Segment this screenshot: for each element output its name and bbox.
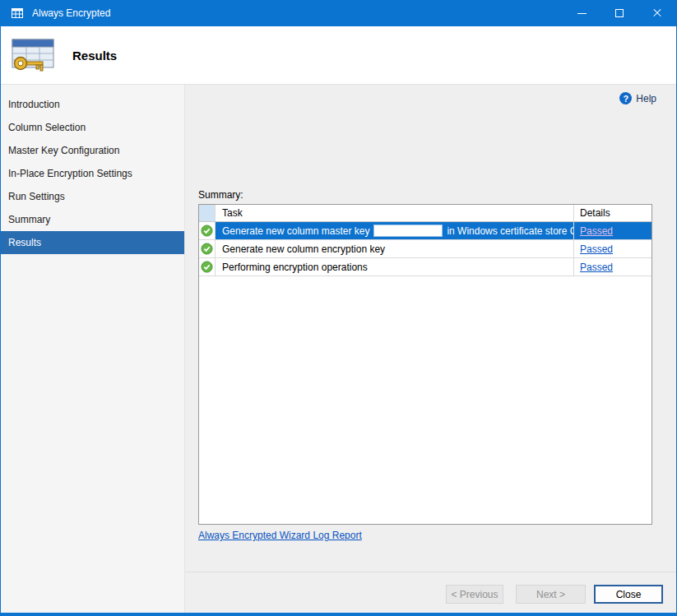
footer-buttons: < Previous Next > Close bbox=[446, 585, 663, 604]
task-text: Performing encryption operations bbox=[222, 262, 368, 273]
passed-check-icon bbox=[201, 225, 213, 237]
table-row-encryption-key[interactable]: Generate new column encryption key Passe… bbox=[199, 240, 651, 258]
task-cell: Generate new column master key in Window… bbox=[216, 222, 573, 239]
wizard-steps-sidebar: Introduction Column Selection Master Key… bbox=[1, 85, 185, 613]
content: Introduction Column Selection Master Key… bbox=[1, 85, 676, 613]
minimize-icon bbox=[577, 13, 587, 14]
wizard-header: Results bbox=[1, 26, 676, 85]
passed-link[interactable]: Passed bbox=[580, 243, 613, 255]
summary-label: Summary: bbox=[198, 189, 243, 201]
table-row-encryption-operations[interactable]: Performing encryption operations Passed bbox=[199, 258, 651, 276]
sidebar-item-results[interactable]: Results bbox=[1, 231, 184, 254]
task-text-suffix: in Windows certificate store Cu... bbox=[447, 225, 573, 237]
column-master-key-name-box bbox=[373, 225, 443, 237]
minimize-button[interactable] bbox=[563, 0, 600, 26]
task-cell: Performing encryption operations bbox=[216, 258, 573, 276]
passed-check-icon bbox=[201, 243, 213, 255]
sidebar-item-master-key-configuration[interactable]: Master Key Configuration bbox=[1, 139, 184, 162]
help-link[interactable]: Help bbox=[619, 92, 656, 104]
next-button[interactable]: Next > bbox=[516, 585, 586, 604]
table-header-row: Task Details bbox=[199, 205, 651, 222]
page-title: Results bbox=[72, 49, 117, 63]
details-column-header[interactable]: Details bbox=[573, 205, 651, 221]
status-cell bbox=[199, 240, 216, 257]
close-button[interactable]: Close bbox=[594, 585, 663, 604]
close-window-button[interactable] bbox=[638, 0, 676, 26]
details-cell: Passed bbox=[573, 258, 651, 276]
sidebar-item-in-place-encryption-settings[interactable]: In-Place Encryption Settings bbox=[1, 162, 184, 185]
window-title: Always Encrypted bbox=[32, 7, 110, 19]
maximize-icon bbox=[615, 9, 624, 17]
sidebar-item-column-selection[interactable]: Column Selection bbox=[1, 116, 184, 139]
footer-divider bbox=[185, 572, 676, 572]
titlebar: Always Encrypted bbox=[1, 0, 676, 26]
passed-check-icon bbox=[201, 261, 213, 273]
wizard-log-report-link[interactable]: Always Encrypted Wizard Log Report bbox=[198, 530, 362, 541]
table-key-icon bbox=[10, 35, 58, 75]
task-cell: Generate new column encryption key bbox=[216, 240, 573, 257]
details-cell: Passed bbox=[573, 222, 651, 239]
table-row-master-key[interactable]: Generate new column master key in Window… bbox=[199, 222, 651, 240]
close-icon bbox=[652, 8, 662, 18]
sidebar-item-run-settings[interactable]: Run Settings bbox=[1, 185, 184, 208]
help-icon bbox=[619, 92, 632, 104]
sidebar-item-introduction[interactable]: Introduction bbox=[1, 93, 184, 116]
always-encrypted-wizard-window: Always Encrypted Results bbox=[0, 0, 677, 616]
status-cell bbox=[199, 222, 216, 239]
help-label: Help bbox=[636, 93, 656, 104]
results-table: Task Details Generate new column master … bbox=[198, 204, 652, 525]
status-column-header bbox=[199, 205, 216, 221]
window-controls bbox=[563, 0, 676, 26]
previous-button[interactable]: < Previous bbox=[446, 585, 503, 604]
maximize-button[interactable] bbox=[600, 0, 638, 26]
passed-link[interactable]: Passed bbox=[580, 262, 613, 273]
sidebar-item-summary[interactable]: Summary bbox=[1, 208, 184, 231]
task-text: Generate new column encryption key bbox=[222, 243, 385, 255]
main-panel: Help Summary: Task Details bbox=[185, 85, 676, 613]
passed-link[interactable]: Passed bbox=[580, 225, 613, 237]
details-cell: Passed bbox=[573, 240, 651, 257]
app-icon bbox=[11, 7, 24, 20]
status-cell bbox=[199, 258, 216, 276]
task-column-header[interactable]: Task bbox=[216, 205, 573, 221]
task-text-prefix: Generate new column master key bbox=[222, 225, 369, 237]
